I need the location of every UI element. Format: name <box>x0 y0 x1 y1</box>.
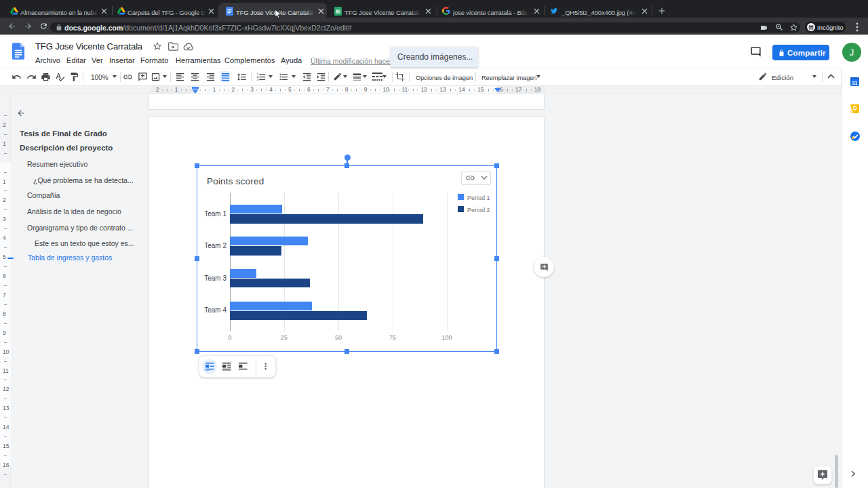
svg-text:31: 31 <box>852 81 857 85</box>
